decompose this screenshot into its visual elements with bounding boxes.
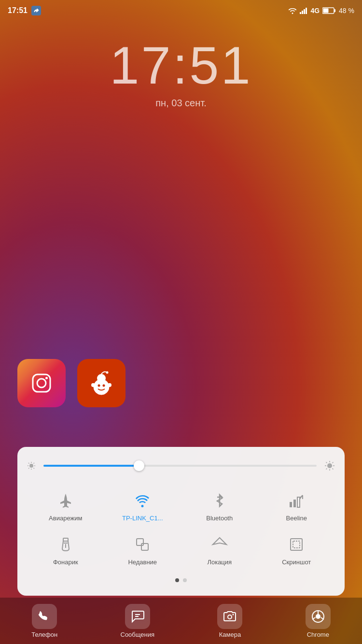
dots-indicator [27, 578, 335, 582]
svg-point-9 [45, 377, 48, 379]
location-label: Локация [207, 558, 232, 566]
svg-line-26 [28, 468, 29, 469]
status-time: 17:51 [8, 6, 28, 15]
svg-point-49 [233, 614, 234, 615]
brightness-row [27, 460, 335, 471]
svg-rect-2 [304, 9, 305, 14]
beeline-label: Beeline [286, 515, 307, 522]
svg-line-25 [34, 463, 35, 464]
flashlight-icon [57, 535, 74, 554]
dock-phone[interactable]: Телефон [31, 604, 57, 638]
svg-rect-0 [300, 12, 301, 14]
brightness-low-icon [27, 461, 36, 470]
svg-point-13 [103, 385, 105, 387]
brightness-high-icon [324, 460, 335, 471]
svg-rect-5 [334, 9, 336, 12]
toggle-airplane[interactable]: Авиарежим [27, 487, 104, 527]
bluetooth-icon [211, 491, 228, 510]
brightness-fill [43, 465, 139, 467]
svg-point-18 [29, 464, 33, 468]
date-display: пн, 03 сент. [0, 98, 362, 109]
phone-label: Телефон [31, 631, 57, 638]
vk-icon [31, 6, 41, 15]
clock-area: 17:51 пн, 03 сент. [0, 39, 362, 109]
svg-rect-44 [291, 539, 302, 550]
status-left: 17:51 [8, 6, 41, 15]
svg-line-33 [333, 469, 334, 470]
svg-rect-45 [293, 541, 300, 548]
toggle-flashlight[interactable]: Фонарик [27, 530, 104, 571]
instagram-icon[interactable] [17, 359, 66, 407]
svg-line-24 [34, 468, 35, 469]
chrome-label: Chrome [307, 631, 329, 638]
svg-point-51 [316, 614, 320, 619]
svg-rect-3 [306, 8, 307, 14]
toggle-signal[interactable]: Beeline [258, 487, 335, 527]
wifi-toggle-icon [134, 491, 151, 510]
svg-point-12 [98, 385, 100, 387]
status-right: 4G 48 % [288, 7, 354, 14]
svg-point-14 [91, 383, 95, 387]
brightness-thumb [134, 460, 144, 471]
bluetooth-label: Bluetooth [206, 515, 233, 522]
wifi-status-icon [288, 7, 297, 14]
svg-rect-1 [302, 11, 303, 14]
signal-toggle-icon [288, 491, 305, 510]
toggles-row1: Авиарежим TP-LINK_C1... Bluetooth [27, 487, 335, 527]
svg-rect-6 [323, 9, 329, 13]
svg-line-35 [326, 469, 327, 470]
airplane-icon [57, 491, 74, 510]
airplane-label: Авиарежим [49, 515, 82, 522]
svg-line-32 [326, 462, 327, 463]
camera-icon [217, 604, 242, 629]
brightness-slider[interactable] [43, 465, 317, 467]
svg-point-8 [37, 379, 46, 387]
toggle-location[interactable]: Локация [181, 530, 258, 571]
location-icon [211, 535, 228, 554]
svg-point-27 [327, 463, 332, 468]
svg-rect-7 [33, 374, 50, 392]
messages-label: Сообщения [121, 631, 155, 638]
network-type: 4G [310, 7, 320, 14]
dock-chrome[interactable]: Chrome [306, 604, 331, 638]
camera-label: Камера [219, 631, 241, 638]
screenshot-label: Скриншот [282, 558, 311, 566]
reddit-icon[interactable] [77, 359, 125, 407]
toggle-bluetooth[interactable]: Bluetooth [181, 487, 258, 527]
toggle-screenshot[interactable]: Скриншот [258, 530, 335, 571]
svg-line-23 [28, 463, 29, 464]
recent-icon [134, 535, 151, 554]
clock-display: 17:51 [0, 39, 362, 92]
signal-icon [300, 7, 307, 14]
status-bar: 17:51 4G 48 % [0, 0, 362, 21]
quick-settings-panel: Авиарежим TP-LINK_C1... Bluetooth [17, 447, 345, 596]
svg-point-17 [106, 372, 109, 374]
svg-rect-38 [297, 497, 300, 507]
battery-pct: 48 % [339, 7, 354, 14]
dot-1 [175, 578, 179, 582]
bottom-dock: Телефон Сообщения Камера [0, 598, 362, 644]
recent-label: Недавние [128, 558, 157, 566]
app-icons [17, 359, 125, 407]
dot-2 [183, 578, 187, 582]
toggle-wifi[interactable]: TP-LINK_C1... [104, 487, 181, 527]
svg-line-34 [333, 462, 334, 463]
dock-messages[interactable]: Сообщения [121, 604, 155, 638]
wifi-label: TP-LINK_C1... [122, 515, 163, 522]
phone-icon [32, 604, 57, 629]
svg-point-16 [97, 374, 106, 383]
toggle-recent[interactable]: Недавние [104, 530, 181, 571]
dock-camera[interactable]: Камера [217, 604, 242, 638]
svg-rect-42 [137, 539, 143, 545]
toggles-row2: Фонарик Недавние Локация [27, 530, 335, 571]
svg-point-15 [108, 383, 111, 387]
battery-icon [322, 7, 336, 14]
flashlight-label: Фонарик [53, 558, 78, 566]
messages-icon [125, 604, 150, 629]
chrome-icon [306, 604, 331, 629]
screenshot-icon [288, 535, 305, 554]
svg-rect-43 [141, 544, 148, 550]
svg-point-48 [228, 615, 232, 619]
svg-rect-37 [293, 500, 296, 507]
svg-rect-36 [290, 502, 292, 507]
